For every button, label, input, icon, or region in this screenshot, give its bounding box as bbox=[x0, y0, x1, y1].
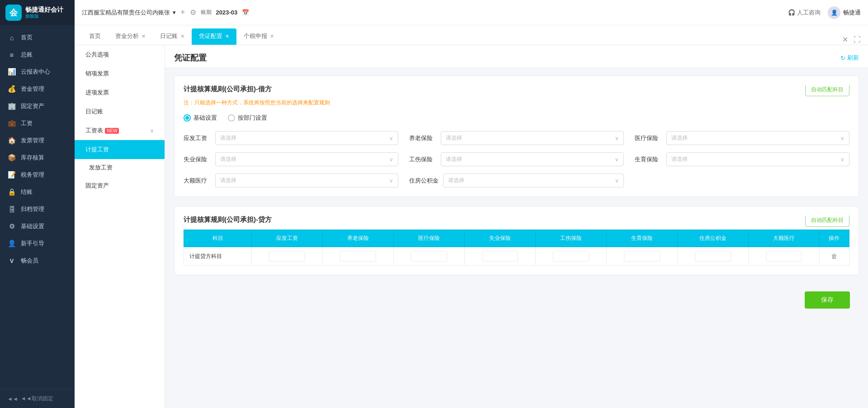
sidebar-item-archive[interactable]: 🗄 归档管理 bbox=[0, 201, 75, 218]
username: 畅捷通 bbox=[843, 9, 861, 17]
sidebar-item-salary[interactable]: 💼 工资 bbox=[0, 115, 75, 132]
sidebar-item-settings[interactable]: ⚙ 基础设置 bbox=[0, 218, 75, 235]
sidebar-item-close[interactable]: 🔒 结账 bbox=[0, 183, 75, 201]
left-menu-fixed-asset[interactable]: 固定资产 bbox=[75, 176, 165, 195]
input-dae-yiliao[interactable] bbox=[766, 251, 802, 262]
settings-gear-icon[interactable]: ⚙ bbox=[190, 8, 196, 17]
td-shengyu bbox=[606, 247, 677, 266]
company-name: 江西服宝精品有限责任公司内账张 bbox=[82, 9, 170, 17]
sidebar-item-tax[interactable]: 📝 税务管理 bbox=[0, 166, 75, 183]
sidebar-item-label: 税务管理 bbox=[21, 171, 44, 179]
input-gongshang[interactable] bbox=[553, 251, 589, 262]
tab-voucher-close[interactable]: ✕ bbox=[225, 33, 229, 39]
credit-auto-match-btn[interactable]: 自动匹配科目 bbox=[805, 216, 849, 227]
credit-section: 自动匹配科目 计提核算规则(公司承担)-贷方 科目 应发工资 养老保险 医疗保险 bbox=[174, 206, 859, 275]
tab-tax-close[interactable]: ✕ bbox=[270, 33, 274, 39]
radio-dept-circle bbox=[228, 114, 235, 122]
left-menu-payroll-calc[interactable]: 计提工资 bbox=[75, 140, 165, 159]
input-yiliao[interactable] bbox=[411, 251, 447, 262]
sidebar-item-guide[interactable]: 👤 新手引导 bbox=[0, 235, 75, 252]
guide-icon: 👤 bbox=[7, 239, 16, 248]
col-zhufang: 住房公积金 bbox=[677, 230, 748, 247]
tab-fund-close[interactable]: ✕ bbox=[142, 33, 146, 39]
tab-tax[interactable]: 个税申报 ✕ bbox=[236, 28, 281, 45]
left-menu-journal[interactable]: 日记账 bbox=[75, 102, 165, 121]
cancel-fixed-btn[interactable]: ◄◄ ◄◄取消固定 bbox=[0, 389, 75, 408]
refresh-label: 刷新 bbox=[847, 54, 859, 62]
radio-dept[interactable]: 按部门设置 bbox=[228, 114, 267, 122]
dae-yiliao-select[interactable]: 请选择 ∨ bbox=[215, 174, 398, 188]
left-menu-payroll-issue[interactable]: 发放工资 bbox=[75, 159, 165, 176]
sidebar-item-label: 结账 bbox=[21, 188, 33, 196]
sidebar-item-label: 资金管理 bbox=[21, 85, 44, 93]
input-shiye[interactable] bbox=[482, 251, 518, 262]
inventory-icon: 📦 bbox=[7, 154, 16, 162]
yingfa-select[interactable]: 请选择 ∨ bbox=[215, 131, 398, 145]
debit-auto-match-btn[interactable]: 自动匹配科目 bbox=[805, 85, 849, 96]
company-selector[interactable]: 江西服宝精品有限责任公司内账张 ▾ bbox=[82, 9, 176, 17]
debit-section: 自动匹配科目 计提核算规则(公司承担)-借方 注：只能选择一种方式，系统将按照您… bbox=[174, 75, 859, 197]
zhufang-select[interactable]: 请选择 ∨ bbox=[443, 174, 624, 188]
sidebar-item-ledger[interactable]: ≡ 总账 bbox=[0, 46, 75, 63]
col-shengyu: 生育保险 bbox=[606, 230, 677, 247]
credit-table: 科目 应发工资 养老保险 医疗保险 失业保险 工伤保险 生育保险 住房公积金 大… bbox=[184, 230, 849, 266]
input-shengyu[interactable] bbox=[624, 251, 660, 262]
sidebar-item-vip[interactable]: V 畅会员 bbox=[0, 252, 75, 269]
left-menu-journal-label: 日记账 bbox=[85, 108, 103, 116]
tab-journal-label: 日记账 bbox=[160, 32, 178, 40]
credit-section-title: 计提核算规则(公司承担)-贷方 bbox=[184, 216, 849, 224]
sidebar-item-inventory[interactable]: 📦 库存核算 bbox=[0, 149, 75, 166]
topbar-left: 江西服宝精品有限责任公司内账张 ▾ + ⚙ 账期 2023-03 📅 bbox=[82, 8, 249, 17]
sidebar-item-fund[interactable]: 💰 资金管理 bbox=[0, 80, 75, 98]
close-window-btn[interactable]: ✕ bbox=[842, 35, 848, 44]
left-menu-payroll-table[interactable]: 工资表NEW ∨ bbox=[75, 121, 165, 140]
input-zhufang[interactable] bbox=[695, 251, 731, 262]
form-item-zhufang: 住房公积金 请选择 ∨ bbox=[409, 174, 624, 188]
refresh-icon: ↻ bbox=[840, 55, 845, 61]
tab-home[interactable]: 首页 bbox=[82, 28, 108, 45]
tabbar-actions: ✕ ⛶ bbox=[842, 35, 861, 45]
zhufang-label: 住房公积金 bbox=[409, 177, 439, 185]
tab-journal[interactable]: 日记账 ✕ bbox=[153, 28, 192, 45]
tab-voucher[interactable]: 凭证配置 ✕ bbox=[192, 28, 236, 45]
col-gongshang: 工伤保险 bbox=[535, 230, 606, 247]
shengyu-select[interactable]: 请选择 ∨ bbox=[666, 152, 849, 166]
left-menu-public[interactable]: 公共选项 bbox=[75, 45, 165, 64]
refresh-btn[interactable]: ↻ 刷新 bbox=[840, 54, 859, 62]
shengyu-placeholder: 请选择 bbox=[671, 155, 688, 163]
save-bar: 保存 bbox=[174, 284, 859, 316]
expand-window-btn[interactable]: ⛶ bbox=[854, 36, 861, 44]
gongshang-dropdown-icon: ∨ bbox=[615, 156, 619, 163]
ledger-icon: ≡ bbox=[7, 51, 16, 59]
expand-icon: ∨ bbox=[150, 128, 154, 134]
tab-journal-close[interactable]: ✕ bbox=[180, 33, 184, 39]
sidebar-item-home[interactable]: ⌂ 首页 bbox=[0, 29, 75, 46]
delete-row-btn[interactable]: 🗑 bbox=[831, 253, 837, 260]
consulting-btn[interactable]: 🎧 人工咨询 bbox=[788, 9, 821, 17]
sidebar-item-report[interactable]: 📊 云报表中心 bbox=[0, 63, 75, 80]
input-yanglao[interactable] bbox=[340, 251, 376, 262]
app-name: 畅捷通好会计 bbox=[25, 6, 63, 14]
sidebar-item-invoice[interactable]: 🏠 发票管理 bbox=[0, 132, 75, 149]
page-content: 公共选项 销项发票 进项发票 日记账 工资表NEW ∨ 计提工资 发放工资 bbox=[75, 45, 868, 408]
yiliao-select[interactable]: 请选择 ∨ bbox=[666, 131, 849, 145]
input-yingfa[interactable] bbox=[269, 251, 305, 262]
new-badge: NEW bbox=[105, 128, 119, 134]
form-item-gongshang: 工伤保险 请选择 ∨ bbox=[409, 152, 624, 166]
yingfa-dropdown-icon: ∨ bbox=[389, 135, 393, 141]
yanglao-select[interactable]: 请选择 ∨ bbox=[441, 131, 624, 145]
tab-fund[interactable]: 资金分析 ✕ bbox=[108, 28, 153, 45]
save-button[interactable]: 保存 bbox=[805, 291, 850, 309]
dae-yiliao-dropdown-icon: ∨ bbox=[389, 178, 393, 184]
radio-basic[interactable]: 基础设置 bbox=[184, 114, 217, 122]
tab-tax-label: 个税申报 bbox=[244, 32, 267, 40]
gongshang-select[interactable]: 请选择 ∨ bbox=[441, 152, 624, 166]
add-company-icon[interactable]: + bbox=[180, 8, 185, 17]
calendar-icon[interactable]: 📅 bbox=[242, 9, 249, 16]
left-menu-sales[interactable]: 销项发票 bbox=[75, 64, 165, 83]
left-menu-purchase[interactable]: 进项发票 bbox=[75, 83, 165, 102]
user-info[interactable]: 👤 畅捷通 bbox=[828, 6, 861, 19]
sidebar-item-asset[interactable]: 🏢 固定资产 bbox=[0, 98, 75, 115]
main-area: 江西服宝精品有限责任公司内账张 ▾ + ⚙ 账期 2023-03 📅 🎧 人工咨… bbox=[75, 0, 868, 408]
shiye-select[interactable]: 请选择 ∨ bbox=[215, 152, 398, 166]
